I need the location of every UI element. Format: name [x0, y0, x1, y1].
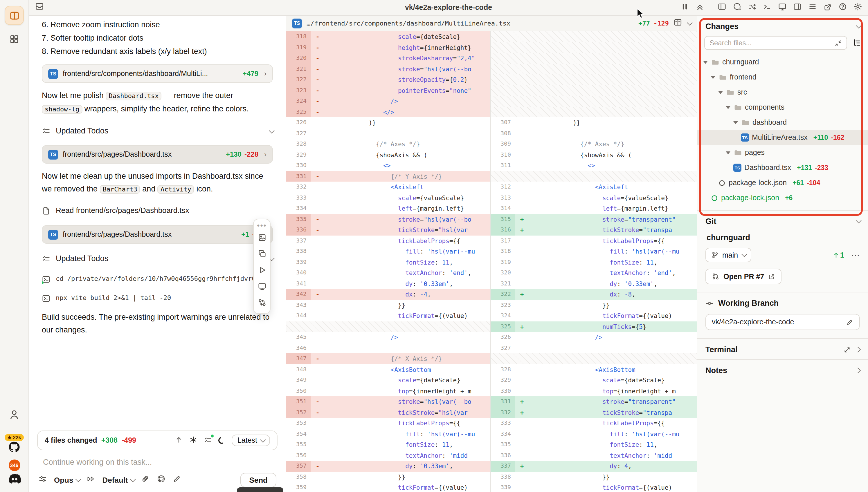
fast-forward-button[interactable] — [87, 474, 95, 486]
branch-dropdown[interactable]: main — [705, 248, 751, 262]
menu-button[interactable] — [808, 2, 817, 13]
changes-title: Changes — [705, 22, 738, 31]
diff-marker — [515, 257, 529, 268]
diff-new-line: 317 tickLabelProps={{ — [491, 235, 697, 246]
more-ellipsis-icon[interactable]: ⋯ — [851, 252, 860, 258]
diff-old-line: 347- {/* X Axis */} — [286, 353, 491, 364]
terminal-section-header[interactable]: Terminal — [697, 339, 868, 359]
line-number: 338 — [491, 471, 515, 482]
line-number: 318 — [491, 246, 515, 257]
search-input[interactable] — [709, 39, 831, 47]
attach-button[interactable] — [141, 474, 150, 486]
version-dropdown[interactable]: Latest — [232, 435, 270, 446]
changes-section-header[interactable]: Changes — [697, 16, 868, 36]
copy-button[interactable] — [258, 249, 266, 261]
file-change-chip[interactable]: TS frontend/src/components/dashboard/Mul… — [42, 65, 273, 83]
file-change-chip[interactable]: TS frontend/src/pages/Dashboard.tsx +1-5… — [42, 225, 273, 244]
expand-icon[interactable] — [844, 346, 850, 353]
sparkle-button[interactable] — [189, 436, 197, 445]
diff-marker — [515, 139, 529, 149]
collapse-all-icon[interactable] — [834, 39, 842, 47]
tree-folder-dashboard[interactable]: dashboard — [697, 115, 868, 130]
git-branch-icon — [711, 251, 719, 259]
tree-folder-frontend[interactable]: frontend — [697, 70, 868, 85]
tree-folder-churnguard[interactable]: churnguard — [697, 54, 868, 70]
edit-branch-button[interactable] — [846, 318, 853, 326]
working-branch-field[interactable]: vk/4e2a-explore-the-code — [705, 314, 860, 330]
panel-right-button[interactable] — [793, 2, 802, 13]
collapse-diff-button[interactable] — [687, 20, 691, 27]
tree-file-package-lock.json[interactable]: package-lock.json+6 — [697, 190, 868, 205]
settings-sliders-button[interactable] — [38, 474, 47, 486]
tree-file-package-lock.json[interactable]: package-lock.json+61-104 — [697, 175, 868, 190]
terminal-command-row[interactable]: npx vite build 2>&1 | tail -20 — [42, 292, 273, 304]
display-button[interactable] — [258, 282, 266, 293]
collapse-button[interactable] — [696, 2, 704, 13]
profile-button[interactable] — [9, 409, 20, 422]
code-text: fill: 'hsl(var(--mu — [529, 428, 697, 439]
todos-button[interactable] — [204, 436, 212, 444]
diff-row: 329 {showAxis && (310 {showAxis && ( — [286, 149, 697, 160]
grid-view-button[interactable] — [9, 34, 19, 46]
updated-todos-row[interactable]: Updated Todos — [42, 125, 273, 138]
tree-folder-components[interactable]: components — [697, 100, 868, 115]
read-file-row[interactable]: Read frontend/src/pages/Dashboard.tsx — [42, 204, 273, 217]
terminal-command-row[interactable]: cd /private/var/folders/10/h7w0q46556ggr… — [42, 273, 273, 286]
share-button[interactable] — [823, 2, 832, 13]
send-button[interactable]: Send — [240, 473, 276, 487]
terminal-icon — [42, 294, 50, 302]
tree-file-MultiLineArea.tsx[interactable]: TSMultiLineArea.tsx+110-162 — [697, 130, 868, 145]
tree-view-icon[interactable] — [852, 38, 861, 48]
terminal-button[interactable] — [763, 2, 772, 13]
display-button[interactable] — [778, 2, 787, 13]
more-ellipsis-icon[interactable]: ••• — [257, 223, 266, 228]
compare-button[interactable] — [258, 298, 266, 309]
message-input[interactable] — [29, 450, 286, 469]
diff-new-line: 316+ tickStroke="transpa — [491, 224, 697, 235]
diff-new-line: 331+ stroke="transparent" — [491, 396, 697, 407]
screenshot-button[interactable] — [258, 233, 266, 244]
discord-link[interactable] — [7, 471, 21, 487]
diff-row: 353 tickLabelProps={{333 tickLabelProps=… — [286, 418, 697, 428]
code-text: stroke="hsl(var(--bo — [325, 396, 490, 407]
file-search[interactable] — [704, 36, 847, 50]
arrow-up-icon — [832, 251, 840, 259]
left-rail: ★22k 346 — [0, 0, 29, 492]
code-text: dy: '0.33em', — [325, 278, 490, 289]
draw-button[interactable] — [173, 474, 182, 486]
scroll-up-button[interactable] — [175, 436, 183, 445]
pause-button[interactable] — [680, 2, 689, 13]
workspace-active-button[interactable] — [5, 6, 24, 25]
open-pr-button[interactable]: Open PR #7 — [705, 269, 781, 284]
model-dropdown[interactable]: Opus — [54, 476, 79, 485]
view-toggle-button[interactable] — [674, 18, 682, 28]
file-change-chip[interactable]: TS frontend/src/pages/Dashboard.tsx +130… — [42, 145, 273, 164]
help-button[interactable] — [838, 2, 847, 13]
chat-button[interactable] — [733, 2, 742, 13]
updated-todos-row[interactable]: Updated Todos — [42, 252, 273, 265]
diff-old-line: 357- dy: '0.33em', — [286, 461, 491, 471]
tree-file-Dashboard.tsx[interactable]: TSDashboard.tsx+131-233 — [697, 160, 868, 175]
branches-button[interactable] — [748, 2, 756, 13]
panel-left-button[interactable] — [718, 2, 726, 13]
changes-summary-bar[interactable]: 4 files changed +308 -499 Latest — [37, 430, 278, 450]
git-section-header[interactable]: Git — [697, 211, 868, 231]
line-number: 326 — [286, 117, 311, 128]
diff-old-line: 336- tickStroke="hsl(var — [286, 224, 491, 235]
notes-section-header[interactable]: Notes — [697, 360, 868, 380]
code-text: <AxisLeft — [325, 181, 490, 192]
diff-marker — [311, 128, 325, 139]
diff-row: 332 <AxisLeft312 <AxisLeft — [286, 181, 697, 192]
settings-button[interactable] — [853, 2, 862, 13]
diff-new-line: 313 scale={valueScale} — [491, 192, 697, 203]
chevron-down-icon — [75, 476, 81, 482]
inbox-tray-button[interactable] — [35, 2, 44, 13]
github-button[interactable] — [157, 474, 166, 486]
run-button[interactable] — [258, 266, 266, 277]
mode-dropdown[interactable]: Default — [102, 476, 134, 485]
tree-folder-pages[interactable]: pages — [697, 145, 868, 160]
github-link[interactable] — [7, 440, 21, 456]
tree-folder-src[interactable]: src — [697, 85, 868, 100]
paperclip-icon — [141, 474, 150, 483]
line-number: 321 — [286, 64, 311, 74]
